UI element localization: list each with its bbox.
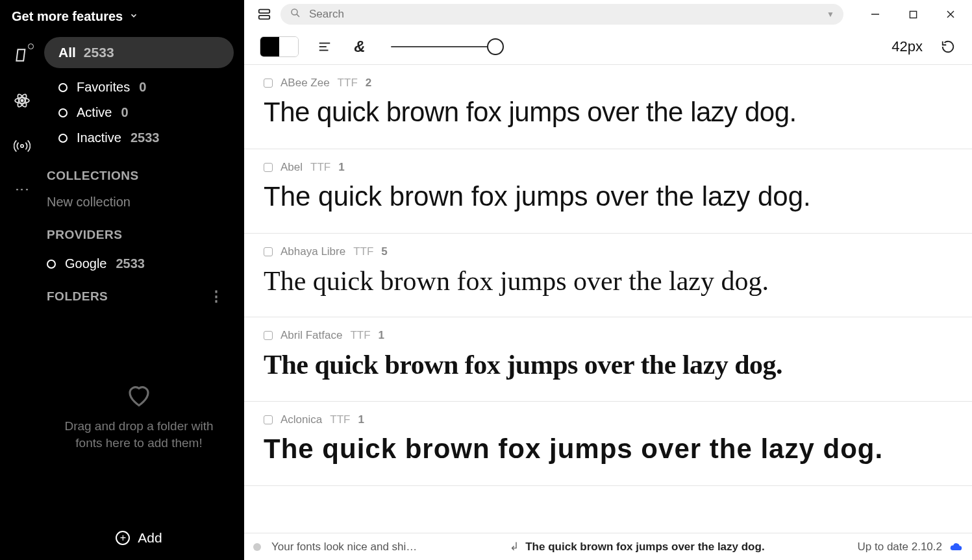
active-label: Active [77,105,112,120]
titlebar: ▼ [244,0,972,29]
font-name[interactable]: Abril Fatface [280,329,342,342]
section-folders: FOLDERS ⋮ [44,271,234,311]
window-controls [851,3,966,25]
layout-toggle-icon[interactable] [256,6,273,23]
color-light [279,37,298,56]
status-message: Your fonts look nice and shi… [271,541,417,554]
sidebar-body: ⋮ All 2533 Favorites 0 Active 0 Inactive… [0,37,244,560]
font-type: TTF [353,245,373,258]
sidebar-item-active[interactable]: Active 0 [44,100,234,125]
minimize-button[interactable] [864,3,886,25]
font-name[interactable]: Abel [280,161,303,174]
font-name[interactable]: ABee Zee [280,77,330,90]
font-row: Abril Fatface TTF 1 The quick brown fox … [244,317,972,402]
font-checkbox[interactable] [264,163,273,172]
close-button[interactable] [940,3,962,25]
font-sample[interactable]: The quick brown fox jumps over the lazy … [264,262,972,300]
dropdown-caret-icon[interactable]: ▼ [827,10,834,19]
font-meta: Abhaya Libre TTF 5 [264,245,972,258]
radio-icon [58,108,68,117]
svg-line-8 [297,14,299,17]
broadcast-icon[interactable] [13,137,31,155]
add-button[interactable]: + Add [44,521,234,560]
sidebar-content: All 2533 Favorites 0 Active 0 Inactive 2… [44,37,244,560]
main: ▼ & [244,0,972,560]
status-sample-text[interactable]: ↲ The quick brown fox jumps over the laz… [427,540,847,554]
heart-icon [124,382,154,409]
font-type: TTF [338,77,358,90]
provider-google[interactable]: Google 2533 [44,250,234,271]
favorites-count: 0 [139,80,146,95]
font-sample[interactable]: The quick brown fox jumps over the lazy … [264,430,972,469]
slider-knob[interactable] [487,38,504,55]
radio-icon [58,83,68,92]
active-count: 0 [121,105,128,120]
font-meta: Abril Fatface TTF 1 [264,329,972,342]
color-toggle[interactable] [260,36,299,57]
font-row: Abhaya Libre TTF 5 The quick brown fox j… [244,234,972,318]
align-left-icon[interactable] [316,38,334,56]
font-size-label: 42px [891,38,923,55]
new-collection-button[interactable]: New collection [44,191,234,210]
version-text: Up to date 2.10.2 [858,541,942,554]
font-row: ABee Zee TTF 2 The quick brown fox jumps… [244,65,972,149]
status-version: Up to date 2.10.2 [858,540,963,554]
sidebar-item-inactive[interactable]: Inactive 2533 [44,125,234,151]
font-meta: Abel TTF 1 [264,161,972,174]
font-type: TTF [350,329,370,342]
atom-icon[interactable] [13,91,31,110]
font-count: 1 [379,329,384,342]
font-size-slider[interactable] [391,40,501,53]
get-more-features-button[interactable]: Get more features [0,0,244,37]
status-dot-icon [253,543,261,551]
folders-drop-zone[interactable]: Drag and drop a folder with fonts here t… [44,311,234,521]
font-sample[interactable]: The quick brown fox jumps over the lazy … [264,93,972,132]
search-input[interactable] [309,8,819,21]
svg-rect-6 [259,16,270,19]
font-checkbox[interactable] [264,79,273,88]
search-field[interactable]: ▼ [280,4,843,25]
font-type: TTF [310,161,330,174]
sidebar-rail: ⋮ [0,37,44,560]
folders-heading: FOLDERS [47,289,108,304]
reset-icon[interactable] [940,38,956,55]
font-checkbox[interactable] [264,415,273,424]
enter-icon: ↲ [510,540,519,554]
font-row: Aclonica TTF 1 The quick brown fox jumps… [244,402,972,486]
svg-point-7 [292,9,297,15]
font-checkbox[interactable] [264,247,273,256]
search-icon [290,7,301,21]
font-sample[interactable]: The quick brown fox jumps over the lazy … [264,346,972,384]
statusbar: Your fonts look nice and shi… ↲ The quic… [244,533,972,560]
upsell-label: Get more features [12,9,123,24]
maximize-button[interactable] [902,3,924,25]
rail-more-icon[interactable]: ⋮ [15,182,29,198]
radio-icon [47,260,56,269]
font-name[interactable]: Abhaya Libre [280,245,345,258]
toolbar: & 42px [244,29,972,65]
svg-point-4 [21,145,23,147]
sidebar-item-all[interactable]: All 2533 [44,37,234,68]
all-label: All [58,45,76,60]
font-count: 1 [358,413,364,426]
folders-options-icon[interactable]: ⋮ [209,289,234,304]
font-checkbox[interactable] [264,331,273,340]
font-type: TTF [330,413,350,426]
favorites-label: Favorites [77,80,130,95]
library-icon[interactable] [13,46,31,64]
ligature-icon[interactable]: & [351,38,369,56]
slider-track [391,46,501,47]
notification-badge [28,43,34,49]
sidebar-item-favorites[interactable]: Favorites 0 [44,75,234,100]
cloud-sync-icon[interactable] [949,540,963,554]
font-count: 1 [338,161,344,174]
folders-drop-message: Drag and drop a folder with fonts here t… [64,418,214,451]
font-list: ABee Zee TTF 2 The quick brown fox jumps… [244,65,972,533]
font-meta: Aclonica TTF 1 [264,413,972,426]
svg-point-3 [21,99,23,101]
providers-heading: PROVIDERS [47,228,122,242]
font-sample[interactable]: The quick brown fox jumps over the lazy … [264,178,972,216]
svg-rect-10 [910,11,916,18]
inactive-count: 2533 [131,130,160,145]
font-name[interactable]: Aclonica [280,413,322,426]
